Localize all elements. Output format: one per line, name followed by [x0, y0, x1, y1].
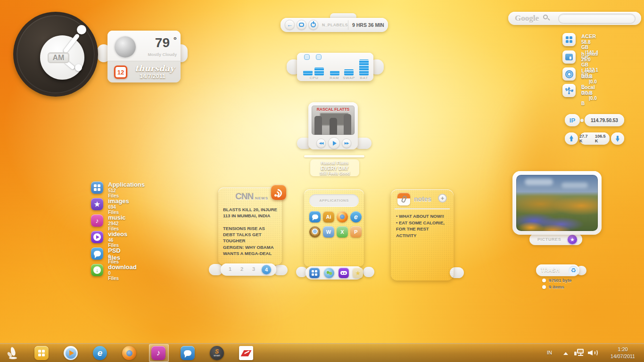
search-icon[interactable]: [543, 15, 551, 22]
page-button-3[interactable]: 3: [252, 266, 255, 272]
app-grid-icon: [91, 181, 103, 194]
weather-date: 14/7/2011: [140, 73, 165, 80]
taskbar-smart-icon[interactable]: S smart: [210, 346, 224, 360]
plus-icon: +: [441, 196, 444, 201]
swap-meter-bar: [344, 69, 354, 75]
powerpoint-app-icon[interactable]: P: [350, 226, 362, 238]
note-item: • WHAT ABOUT NOW!!: [396, 213, 450, 220]
paperclip-icon: [401, 195, 407, 203]
network-tray-icon[interactable]: [574, 349, 584, 357]
play-button[interactable]: [328, 137, 340, 149]
pictures-widget: [512, 171, 602, 235]
news-headline[interactable]: GERGEN: WHY OBAMA WANTS A MEGA-DEAL: [223, 244, 278, 256]
desktop: { "palette": { "accent_blue": "#3f9be0",…: [0, 0, 644, 362]
news-headline[interactable]: BLASTS KILL 20, INJURE 113 IN MUMBAI, IN…: [223, 206, 278, 219]
bullet-dot: [542, 285, 546, 289]
applications-widget: APPLICATIONS Ai e W X P: [304, 189, 364, 267]
pictures-tab[interactable]: PICTURES ★: [529, 234, 582, 245]
album-figure: [344, 114, 351, 135]
album-art[interactable]: RASCAL FLATTS: [312, 106, 355, 135]
taskbar-red-app-icon[interactable]: [239, 346, 253, 360]
folder-label: images: [108, 197, 129, 205]
taskbar-launcher-icon[interactable]: [34, 346, 49, 360]
ip-connector: [580, 119, 584, 122]
degree-symbol: °: [173, 35, 177, 45]
note-item: • EAT SOME CALORIE, FOR THE REST ACTIVIT…: [396, 220, 450, 239]
chat-bubble-app-icon[interactable]: [309, 211, 321, 222]
clock-minute-tip: [77, 25, 86, 34]
folder-count: 0 Files: [108, 271, 119, 281]
moon-icon: [115, 36, 136, 58]
download-arrow-icon: ↓: [91, 264, 103, 276]
globe-dock-icon[interactable]: [324, 268, 334, 278]
taskbar-firefox-icon[interactable]: [122, 346, 136, 360]
smart-s-glyph: S: [215, 349, 219, 354]
tray-language[interactable]: IN: [547, 350, 552, 355]
chrome-app-icon[interactable]: [309, 226, 321, 238]
ip-badge: IP: [565, 114, 580, 126]
meter-bars-area: [297, 59, 373, 75]
previous-track-button[interactable]: ◀◀: [316, 139, 326, 148]
folder-label: Applications: [108, 181, 145, 188]
word-app-icon[interactable]: W: [323, 226, 334, 238]
page-button-2[interactable]: 2: [240, 266, 243, 272]
uptime-divider: [348, 20, 348, 30]
internet-explorer-app-icon[interactable]: e: [350, 211, 362, 222]
next-track-button[interactable]: ▶▶: [342, 139, 351, 148]
power-button[interactable]: [308, 20, 318, 30]
search-input[interactable]: [558, 14, 636, 24]
news-pagination: 1 2 3 4: [221, 263, 276, 276]
drive-used: 0.0 B: [581, 90, 593, 96]
back-icon: ←: [287, 22, 293, 28]
taskbar-ie-icon[interactable]: e: [93, 346, 107, 360]
folder-label: music: [108, 214, 126, 221]
taskbar-media-player-icon[interactable]: [64, 346, 78, 360]
clock-hour-tip: [75, 64, 82, 71]
folder-count: 694 Files: [108, 205, 119, 215]
google-search-widget: Google: [508, 12, 641, 25]
star-icon: ★: [91, 198, 103, 210]
taskbar-chat-app-icon[interactable]: [181, 346, 195, 360]
news-headline[interactable]: TENSIONS RISE AS DEBT TALKS GET TOUGHER: [223, 225, 278, 244]
tray-clock[interactable]: 1:20 14/07/2011: [605, 346, 641, 360]
drive-used: 25.0 GB: [581, 57, 590, 67]
back-button[interactable]: ←: [285, 20, 295, 30]
drive-name: ACER: [581, 33, 596, 39]
tray-date: 14/07/2011: [605, 353, 641, 360]
download-arrow-icon: [615, 135, 620, 142]
picture-photo[interactable]: [516, 175, 598, 231]
trash-widget[interactable]: TRASH ♻: [536, 264, 579, 276]
player-separator: [304, 155, 364, 157]
refresh-button[interactable]: [297, 20, 306, 30]
add-note-button[interactable]: +: [438, 194, 447, 203]
upload-arrow-icon: [569, 135, 574, 142]
ip-label: IP: [570, 117, 575, 124]
excel-app-icon[interactable]: X: [337, 226, 348, 238]
album-figure: [330, 118, 337, 135]
tiles-dock-icon[interactable]: [309, 268, 320, 278]
illustrator-app-icon[interactable]: Ai: [323, 211, 334, 222]
system-meters-widget: CPU RAM SWAP BAT: [297, 53, 373, 81]
play-icon: [333, 141, 337, 146]
gamepad-dock-icon[interactable]: [339, 268, 349, 278]
volume-tray-icon[interactable]: [588, 349, 596, 356]
album-art-title: RASCAL FLATTS: [312, 107, 355, 112]
drive-used: 0.0 B: [581, 74, 593, 79]
star-dock-icon[interactable]: ★: [353, 268, 363, 278]
recycle-icon: ♻: [569, 266, 578, 275]
drive-total: |0.0 B: [581, 96, 597, 106]
folder-count: 512 Files: [108, 188, 119, 198]
tray-chevron-icon[interactable]: [563, 352, 568, 355]
page-button-4-active[interactable]: 4: [262, 265, 271, 274]
firefox-app-icon[interactable]: [337, 211, 348, 222]
trash-size: 97501 byte: [549, 278, 572, 283]
rss-icon[interactable]: [271, 185, 286, 200]
notes-divider: [395, 208, 450, 209]
ip-address-pill: 114.79.50.53: [585, 114, 624, 126]
start-button[interactable]: [6, 346, 20, 360]
page-button-1[interactable]: 1: [229, 266, 231, 272]
taskbar-music-icon[interactable]: ♪: [151, 346, 165, 360]
windows-logo-icon: [562, 33, 576, 46]
trash-label: TRASH: [541, 267, 560, 273]
now-playing-album: Still Feels Good: [310, 171, 359, 176]
